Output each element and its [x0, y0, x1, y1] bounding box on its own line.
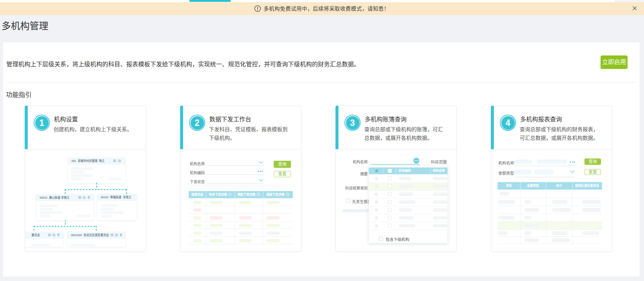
svg-text:?: ? — [258, 193, 259, 196]
svg-text:?: ? — [287, 193, 288, 196]
svg-text:?: ? — [229, 193, 231, 196]
